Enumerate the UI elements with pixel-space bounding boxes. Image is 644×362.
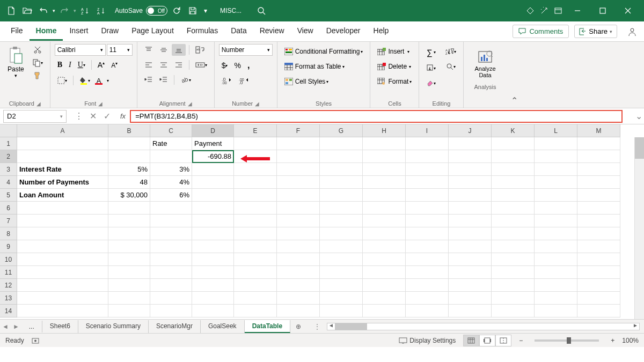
cell-L1[interactable] [535,137,577,150]
cell-F2[interactable] [277,150,320,163]
cell-A12[interactable] [17,279,108,292]
cell-F1[interactable] [277,137,320,150]
cell-E1[interactable] [234,137,277,150]
cell-J6[interactable] [449,202,492,215]
wand-icon[interactable] [537,4,551,18]
cell-I14[interactable] [406,305,449,317]
sheet-tab-scenariomgr[interactable]: ScenarioMgr [149,320,201,333]
share-button[interactable]: Share▾ [574,25,617,38]
tab-ellipsis[interactable]: ... [21,321,42,333]
cell-H10[interactable] [363,253,406,266]
menu-draw[interactable]: Draw [94,22,125,41]
cell-I11[interactable] [406,266,449,279]
increase-indent-icon[interactable] [157,74,171,86]
cell-D5[interactable] [192,189,234,202]
cell-H12[interactable] [363,279,406,292]
orientation-button[interactable]: ab▾ [178,74,194,86]
align-top-icon[interactable] [142,44,156,56]
autosave-toggle[interactable]: AutoSave Off [115,6,167,16]
cut-button[interactable] [30,44,46,56]
cell-B12[interactable] [108,279,150,292]
cell-G5[interactable] [320,189,363,202]
cell-G2[interactable] [320,150,363,163]
align-right-icon[interactable] [172,59,186,71]
sort-asc-icon[interactable]: AZ [78,4,92,18]
cell-M6[interactable] [577,202,620,215]
cell-J2[interactable] [449,150,492,163]
font-color-button[interactable]: A▾ [94,74,112,87]
cell-L7[interactable] [535,215,577,227]
cell-L13[interactable] [535,292,577,305]
cell-A1[interactable] [17,137,108,150]
col-header-L[interactable]: L [535,124,577,137]
cell-C2[interactable] [150,150,192,163]
dialog-launcher-icon[interactable]: ◢ [188,101,192,107]
cell-D6[interactable] [192,202,234,215]
clear-button[interactable]: ▾ [423,78,438,88]
cell-J10[interactable] [449,253,492,266]
cell-C11[interactable] [150,266,192,279]
col-header-M[interactable]: M [577,124,620,137]
align-left-icon[interactable] [142,59,156,71]
percent-button[interactable]: % [231,60,243,71]
cell-A14[interactable] [17,305,108,317]
cell-B11[interactable] [108,266,150,279]
currency-button[interactable]: $▾ [219,60,231,71]
cell-C5[interactable]: 6% [150,189,192,202]
cell-I7[interactable] [406,215,449,227]
display-settings-button[interactable]: Display Settings [399,337,456,344]
cell-I10[interactable] [406,253,449,266]
sheet-tab-scenario-summary[interactable]: Scenario Summary [78,320,149,333]
cell-M4[interactable] [577,176,620,189]
cell-E6[interactable] [234,202,277,215]
cell-B6[interactable] [108,202,150,215]
diamond-icon[interactable] [523,4,537,18]
save-icon[interactable] [186,4,200,18]
vertical-scrollbar[interactable] [634,137,644,319]
cell-J7[interactable] [449,215,492,227]
cell-D13[interactable] [192,292,234,305]
format-as-table-button[interactable]: Format as Table▾ [282,61,347,72]
cell-I1[interactable] [406,137,449,150]
cell-L8[interactable] [535,227,577,240]
cell-L10[interactable] [535,253,577,266]
cell-L12[interactable] [535,279,577,292]
cell-D2[interactable]: -690.88 [192,150,234,163]
cell-G13[interactable] [320,292,363,305]
cell-A7[interactable] [17,215,108,227]
comma-button[interactable]: , [245,59,252,72]
cell-K14[interactable] [492,305,535,317]
col-header-H[interactable]: H [363,124,406,137]
cell-G3[interactable] [320,163,363,176]
cell-C9[interactable] [150,240,192,253]
cell-J4[interactable] [449,176,492,189]
menu-home[interactable]: Home [30,22,63,41]
row-header-10[interactable]: 10 [0,253,17,266]
open-file-icon[interactable] [20,4,34,18]
delete-cells-button[interactable]: Delete▾ [375,61,414,72]
cell-A3[interactable]: Interest Rate [17,163,108,176]
menu-help[interactable]: Help [367,22,396,41]
increase-font-icon[interactable]: A▴ [95,59,107,71]
menu-data[interactable]: Data [224,22,253,41]
search-icon[interactable] [254,4,268,18]
cell-C12[interactable] [150,279,192,292]
col-header-C[interactable]: C [150,124,192,137]
cell-L6[interactable] [535,202,577,215]
cell-B5[interactable]: $ 30,000 [108,189,150,202]
cell-H2[interactable] [363,150,406,163]
normal-view-button[interactable] [463,335,479,346]
cell-J5[interactable] [449,189,492,202]
cell-H6[interactable] [363,202,406,215]
cell-C7[interactable] [150,215,192,227]
cell-A11[interactable] [17,266,108,279]
row-header-6[interactable]: 6 [0,202,17,215]
close-button[interactable] [616,0,640,21]
cell-M2[interactable] [577,150,620,163]
cell-B4[interactable]: 48 [108,176,150,189]
cell-H14[interactable] [363,305,406,317]
format-painter-button[interactable] [30,70,46,82]
fx-label[interactable]: fx [116,112,130,120]
col-header-E[interactable]: E [234,124,277,137]
cell-J3[interactable] [449,163,492,176]
